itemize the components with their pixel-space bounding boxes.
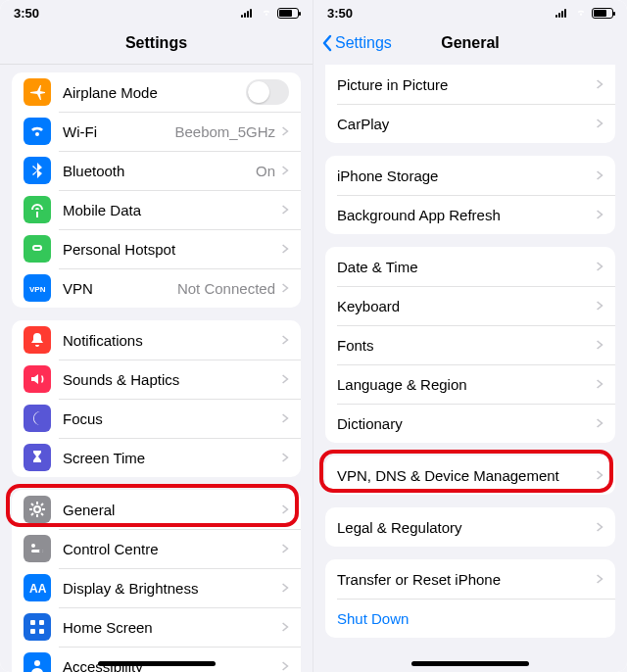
row-label: Personal Hotspot bbox=[63, 241, 281, 258]
chevron-right-icon bbox=[596, 521, 603, 533]
chevron-right-icon bbox=[281, 165, 289, 176]
row-label: Notifications bbox=[63, 332, 281, 349]
row-label: Home Screen bbox=[63, 619, 281, 636]
general-row-storage[interactable]: iPhone Storage bbox=[325, 156, 615, 195]
speaker-icon bbox=[24, 365, 51, 393]
chevron-right-icon bbox=[281, 543, 289, 554]
general-row-shutdown[interactable]: Shut Down bbox=[325, 599, 615, 638]
back-button[interactable]: Settings bbox=[321, 34, 392, 52]
row-label: Keyboard bbox=[337, 298, 596, 314]
toggle-airplane[interactable] bbox=[246, 79, 289, 105]
settings-row-display[interactable]: Display & Brightness bbox=[12, 568, 301, 607]
row-label: Display & Brightness bbox=[63, 580, 281, 597]
settings-row-general[interactable]: General bbox=[12, 490, 301, 529]
general-row-dictionary[interactable]: Dictionary bbox=[325, 404, 615, 443]
chevron-right-icon bbox=[281, 452, 289, 463]
status-bar: 3:50 bbox=[314, 0, 627, 22]
settings-row-screentime[interactable]: Screen Time bbox=[12, 438, 301, 477]
general-row-pip[interactable]: Picture in Picture bbox=[325, 65, 615, 104]
hourglass-icon bbox=[24, 444, 51, 471]
chevron-right-icon bbox=[281, 621, 289, 633]
settings-row-controlcentre[interactable]: Control Centre bbox=[12, 529, 301, 568]
general-row-keyboard[interactable]: Keyboard bbox=[325, 286, 615, 325]
chevron-right-icon bbox=[596, 339, 603, 351]
chevron-right-icon bbox=[281, 504, 289, 515]
nav-bar: Settings General bbox=[314, 22, 627, 65]
settings-row-sounds[interactable]: Sounds & Haptics bbox=[12, 360, 301, 399]
wifi-icon bbox=[24, 118, 51, 145]
settings-row-vpn[interactable]: VPNNot Connected bbox=[12, 268, 301, 308]
settings-list[interactable]: Airplane ModeWi-FiBeebom_5GHzBluetoothOn… bbox=[0, 65, 313, 672]
chevron-right-icon bbox=[596, 378, 603, 390]
settings-row-hotspot[interactable]: Personal Hotspot bbox=[12, 229, 301, 268]
row-label: Wi-Fi bbox=[63, 123, 174, 140]
settings-row-mobiledata[interactable]: Mobile Data bbox=[12, 190, 301, 229]
chevron-right-icon bbox=[596, 261, 603, 272]
row-value: Not Connected bbox=[177, 280, 275, 297]
general-list[interactable]: Picture in PictureCarPlayiPhone StorageB… bbox=[314, 65, 627, 672]
chevron-right-icon bbox=[596, 209, 603, 220]
row-label: General bbox=[63, 502, 281, 518]
row-label: Picture in Picture bbox=[337, 76, 596, 93]
row-label: Background App Refresh bbox=[337, 207, 596, 223]
settings-row-wifi[interactable]: Wi-FiBeebom_5GHz bbox=[12, 112, 301, 151]
status-time: 3:50 bbox=[14, 6, 39, 21]
general-row-bgrefresh[interactable]: Background App Refresh bbox=[325, 195, 615, 234]
general-group-g0: Picture in PictureCarPlay bbox=[325, 65, 615, 143]
settings-group-notif: NotificationsSounds & HapticsFocusScreen… bbox=[12, 320, 301, 477]
wifi-icon bbox=[260, 8, 273, 18]
page-title: General bbox=[441, 34, 500, 52]
chevron-right-icon bbox=[281, 412, 289, 424]
battery-icon bbox=[592, 8, 613, 19]
textsize-icon bbox=[24, 574, 51, 601]
general-row-carplay[interactable]: CarPlay bbox=[325, 104, 615, 143]
status-time: 3:50 bbox=[327, 6, 353, 21]
status-icons bbox=[555, 8, 613, 19]
chevron-right-icon bbox=[281, 660, 289, 672]
settings-group-net: Airplane ModeWi-FiBeebom_5GHzBluetoothOn… bbox=[12, 72, 301, 308]
home-indicator[interactable] bbox=[98, 661, 216, 666]
chevron-right-icon bbox=[281, 582, 289, 594]
settings-row-homescreen[interactable]: Home Screen bbox=[12, 607, 301, 647]
row-label: Transfer or Reset iPhone bbox=[337, 571, 596, 588]
airplane-icon bbox=[24, 78, 51, 106]
row-label: Mobile Data bbox=[63, 202, 281, 218]
settings-row-accessibility[interactable]: Accessibility bbox=[12, 647, 301, 672]
general-row-datetime[interactable]: Date & Time bbox=[325, 247, 615, 286]
general-group-g4: Legal & Regulatory bbox=[325, 507, 615, 547]
settings-group-gen: GeneralControl CentreDisplay & Brightnes… bbox=[12, 490, 301, 672]
chevron-right-icon bbox=[281, 282, 289, 294]
chevron-right-icon bbox=[281, 204, 289, 216]
row-label: Fonts bbox=[337, 337, 596, 354]
row-label: Control Centre bbox=[63, 541, 281, 557]
general-row-fonts[interactable]: Fonts bbox=[325, 325, 615, 364]
back-label: Settings bbox=[335, 34, 392, 52]
settings-row-focus[interactable]: Focus bbox=[12, 399, 301, 438]
settings-row-notifications[interactable]: Notifications bbox=[12, 320, 301, 360]
chevron-right-icon bbox=[596, 469, 603, 481]
settings-row-bluetooth[interactable]: BluetoothOn bbox=[12, 151, 301, 190]
chevron-right-icon bbox=[596, 169, 603, 181]
row-label: CarPlay bbox=[337, 116, 596, 132]
row-label: Focus bbox=[63, 410, 281, 427]
chevron-right-icon bbox=[281, 373, 289, 385]
chevron-left-icon bbox=[321, 34, 333, 52]
general-row-vpndns[interactable]: VPN, DNS & Device Management bbox=[325, 456, 615, 495]
gear-icon bbox=[24, 496, 51, 523]
general-group-g5: Transfer or Reset iPhoneShut Down bbox=[325, 559, 615, 638]
settings-row-airplane[interactable]: Airplane Mode bbox=[12, 72, 301, 112]
chevron-right-icon bbox=[596, 573, 603, 585]
home-indicator[interactable] bbox=[411, 661, 529, 666]
general-row-langregion[interactable]: Language & Region bbox=[325, 364, 615, 404]
general-pane: 3:50 Settings General Picture in Picture… bbox=[314, 0, 627, 672]
settings-pane: 3:50 Settings Airplane ModeWi-FiBeebom_5… bbox=[0, 0, 314, 672]
row-value: On bbox=[256, 163, 275, 179]
row-label: Airplane Mode bbox=[63, 84, 246, 101]
general-row-transfer[interactable]: Transfer or Reset iPhone bbox=[325, 559, 615, 599]
row-label: VPN, DNS & Device Management bbox=[337, 467, 596, 484]
chevron-right-icon bbox=[596, 417, 603, 429]
switches-icon bbox=[24, 535, 51, 562]
bluetooth-icon bbox=[24, 157, 51, 184]
general-row-legal[interactable]: Legal & Regulatory bbox=[325, 507, 615, 547]
general-group-g1: iPhone StorageBackground App Refresh bbox=[325, 156, 615, 234]
